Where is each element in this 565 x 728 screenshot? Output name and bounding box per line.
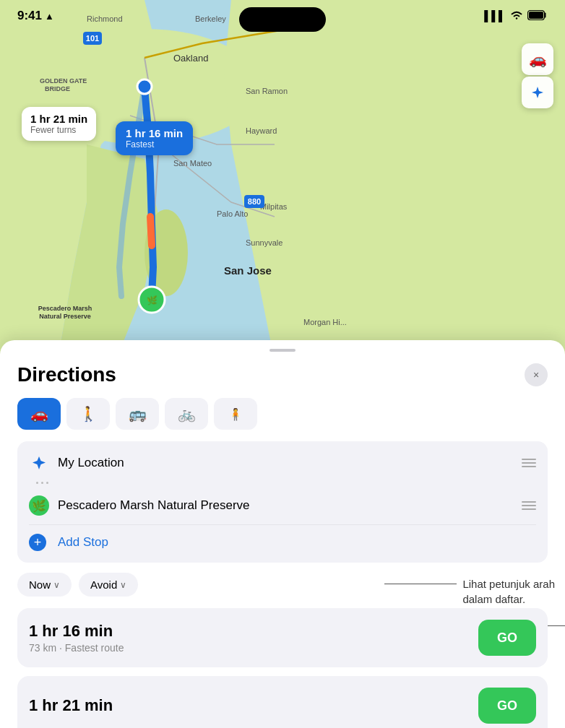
svg-text:880: 880	[248, 197, 261, 206]
svg-text:Palo Alto: Palo Alto	[217, 209, 248, 218]
svg-text:San Mateo: San Mateo	[173, 159, 212, 168]
from-icon	[29, 453, 49, 473]
alt-route-time: 1 hr 21 min	[30, 113, 87, 125]
avoid-option[interactable]: Avoid ∨	[79, 573, 138, 597]
time-option[interactable]: Now ∨	[17, 573, 72, 597]
annotation-text: Lihat petunjuk arahdalam daftar.	[462, 576, 555, 607]
svg-rect-27	[529, 12, 543, 19]
svg-text:Natural Preserve: Natural Preserve	[39, 313, 91, 320]
svg-text:San Jose: San Jose	[224, 264, 272, 277]
svg-text:Morgan Hi...: Morgan Hi...	[303, 318, 347, 326]
route-card-2-info: 1 hr 21 min	[29, 696, 113, 715]
route-card-1-time: 1 hr 16 min	[29, 622, 124, 641]
svg-text:Sunnyvale: Sunnyvale	[246, 238, 282, 247]
svg-text:Pescadero Marsh: Pescadero Marsh	[38, 305, 92, 312]
alt-route-callout[interactable]: 1 hr 21 min Fewer turns	[22, 107, 96, 141]
wifi-icon	[510, 10, 523, 22]
add-stop-text: Add Stop	[58, 535, 108, 550]
add-stop-field[interactable]: + Add Stop	[17, 525, 548, 560]
time-chevron-icon: ∨	[53, 580, 60, 590]
svg-text:San Ramon: San Ramon	[246, 87, 288, 95]
svg-text:GOLDEN GATE: GOLDEN GATE	[40, 77, 87, 84]
status-time: 9:41 ▲	[17, 9, 54, 23]
route-fields: My Location 🌿 Pescadero Marsh Natural Pr…	[17, 441, 548, 563]
from-field[interactable]: My Location	[17, 444, 548, 482]
time-display: 9:41	[17, 9, 42, 23]
annotation: Lihat petunjuk arahdalam daftar.	[384, 576, 555, 607]
route-card-2-time: 1 hr 21 min	[29, 696, 113, 715]
add-stop-icon: +	[29, 534, 46, 551]
location-button[interactable]	[522, 77, 553, 108]
map-area[interactable]: 🌿 Oakland San Ramon Hayward San Mateo Pa…	[0, 0, 565, 361]
avoid-label: Avoid	[90, 578, 117, 591]
signal-icon: ▌▌▌	[484, 10, 506, 22]
tab-bike[interactable]: 🚲	[165, 398, 208, 430]
route-card-1-detail: 73 km · Fastest route	[29, 642, 124, 654]
tab-transit[interactable]: 🚌	[116, 398, 159, 430]
main-route-label: Fastest	[126, 139, 183, 150]
close-button[interactable]: ×	[525, 363, 548, 386]
panel-title: Directions	[17, 363, 116, 386]
to-handle[interactable]	[522, 501, 536, 510]
alt-route-label: Fewer turns	[30, 125, 87, 135]
go-button-2[interactable]: GO	[478, 688, 536, 724]
main-route-time: 1 hr 16 min	[126, 127, 183, 139]
location-arrow-icon: ▲	[45, 11, 54, 22]
phone-frame: 🌿 Oakland San Ramon Hayward San Mateo Pa…	[0, 0, 565, 728]
to-field[interactable]: 🌿 Pescadero Marsh Natural Preserve	[17, 487, 548, 524]
panel-header: Directions ×	[17, 363, 548, 386]
tab-accessibility[interactable]: 🧍	[214, 398, 257, 430]
tab-drive[interactable]: 🚗	[17, 398, 61, 430]
route-card-1-info: 1 hr 16 min 73 km · Fastest route	[29, 622, 124, 654]
from-handle[interactable]	[522, 459, 536, 467]
svg-text:101: 101	[86, 34, 99, 43]
svg-text:Oakland: Oakland	[173, 53, 208, 64]
route-card-1[interactable]: 1 hr 16 min 73 km · Fastest route GO	[17, 608, 548, 667]
map-controls: 🚗	[522, 43, 553, 108]
svg-text:BRIDGE: BRIDGE	[45, 85, 70, 92]
route-card-2[interactable]: 1 hr 21 min GO	[17, 676, 548, 728]
drag-handle[interactable]	[269, 349, 296, 352]
svg-text:🌿: 🌿	[147, 295, 158, 306]
dynamic-island	[239, 7, 326, 32]
svg-point-3	[137, 79, 152, 94]
drive-mode-button[interactable]: 🚗	[522, 43, 553, 75]
from-text: My Location	[58, 456, 522, 470]
main-route-callout[interactable]: 1 hr 16 min Fastest	[116, 121, 193, 155]
battery-icon	[527, 10, 548, 22]
directions-panel: Directions × 🚗 🚶 🚌 🚲 🧍 My Location	[0, 340, 565, 728]
transport-tabs: 🚗 🚶 🚌 🚲 🧍	[17, 398, 548, 430]
avoid-chevron-icon: ∨	[120, 580, 126, 590]
go-button-1[interactable]: GO	[478, 620, 536, 656]
time-label: Now	[29, 578, 51, 591]
svg-text:Hayward: Hayward	[246, 126, 277, 135]
status-icons: ▌▌▌	[484, 10, 548, 22]
to-icon: 🌿	[29, 495, 49, 516]
tab-walk[interactable]: 🚶	[66, 398, 110, 430]
to-text: Pescadero Marsh Natural Preserve	[58, 498, 522, 513]
